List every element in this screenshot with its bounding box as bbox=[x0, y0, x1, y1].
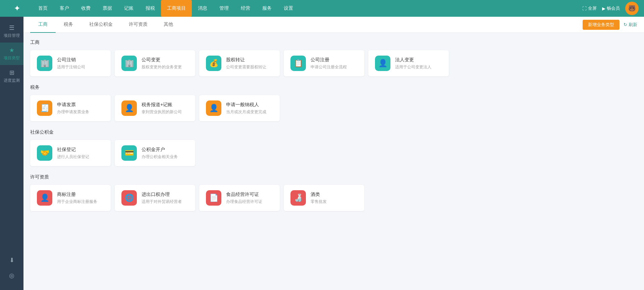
cards-grid-许可资质: 👤商标注册用于企业商标注册服务🌐进出口权办理适用于对外贸易经营者📄食品经营许可证… bbox=[30, 185, 637, 211]
card-text-公司注册: 公司注册申请公司注册全流程 bbox=[311, 57, 347, 70]
section-title-许可资质: 许可资质 bbox=[30, 174, 637, 180]
card-text-税务报道+记账: 税务报道+记账拿到营业执照的新公司 bbox=[142, 102, 182, 115]
mascot-avatar: 🐻 bbox=[625, 2, 639, 15]
refresh-icon: ↻ bbox=[624, 22, 627, 27]
main-layout: ☰项目管理★项目类型⊞进度监测⬇◎ 工商税务社保公积金许可资质其他 新增业务类型… bbox=[0, 17, 644, 290]
card-name: 申请一般纳税人 bbox=[226, 102, 266, 108]
vip-icon: ▶ bbox=[602, 6, 605, 11]
nav-item-消息[interactable]: 消息 bbox=[192, 0, 213, 17]
nav-item-客户[interactable]: 客户 bbox=[54, 0, 75, 17]
sidebar-bottom-icon: ◎ bbox=[9, 272, 14, 279]
card-name: 进出口权办理 bbox=[142, 192, 182, 198]
card-股权转让[interactable]: 💰股权转让公司变更需要股权转让 bbox=[199, 50, 280, 76]
card-text-食品经营许可证: 食品经营许可证办理食品经营许可证 bbox=[226, 192, 262, 205]
sidebar-icon: ★ bbox=[9, 47, 14, 54]
card-desc: 公司变更需要股权转让 bbox=[226, 64, 266, 70]
card-icon-公司注销: 🏢 bbox=[37, 56, 52, 71]
card-text-商标注册: 商标注册用于企业商标注册服务 bbox=[57, 192, 97, 205]
card-公司注册[interactable]: 📋公司注册申请公司注册全流程 bbox=[284, 50, 364, 76]
card-desc: 零售批发 bbox=[311, 199, 327, 205]
tab-税务[interactable]: 税务 bbox=[56, 17, 81, 33]
card-desc: 办理食品经营许可证 bbox=[226, 199, 262, 205]
nav-items: 首页客户收费票据记账报税工商项目消息管理经营服务设置 bbox=[32, 0, 582, 17]
card-icon-商标注册: 👤 bbox=[37, 190, 52, 206]
card-icon-酒类: 🍶 bbox=[290, 190, 306, 206]
nav-item-收费[interactable]: 收费 bbox=[75, 0, 97, 17]
sidebar-item-项目管理[interactable]: ☰项目管理 bbox=[0, 20, 23, 43]
top-navigation: ✦ 首页客户收费票据记账报税工商项目消息管理经营服务设置 ⛶ 全屏 ▶ 畅会员 … bbox=[0, 0, 644, 17]
card-desc: 适用于公司变更法人 bbox=[395, 64, 431, 70]
card-公司注销[interactable]: 🏢公司注销适用于注销公司 bbox=[30, 50, 111, 76]
card-申请发票[interactable]: 🧾申请发票办理申请发票业务 bbox=[30, 95, 111, 121]
card-name: 申请发票 bbox=[57, 102, 89, 108]
card-name: 商标注册 bbox=[57, 192, 97, 198]
sidebar-item-项目类型[interactable]: ★项目类型 bbox=[0, 43, 23, 65]
tab-社保公积金[interactable]: 社保公积金 bbox=[81, 17, 121, 33]
card-食品经营许可证[interactable]: 📄食品经营许可证办理食品经营许可证 bbox=[199, 185, 280, 211]
card-社保登记[interactable]: 🤝社保登记进行人员社保登记 bbox=[30, 140, 111, 166]
card-name: 公积金开户 bbox=[142, 147, 178, 153]
card-公积金开户[interactable]: 💳公积金开户办理公积金相关业务 bbox=[115, 140, 195, 166]
sidebar-bottom-item[interactable]: ⬇ bbox=[0, 252, 23, 268]
card-icon-申请一般纳税人: 👤 bbox=[206, 100, 221, 116]
card-icon-税务报道+记账: 👤 bbox=[121, 100, 137, 116]
card-icon-食品经营许可证: 📄 bbox=[206, 190, 221, 206]
fullscreen-btn[interactable]: ⛶ 全屏 bbox=[582, 5, 597, 11]
card-text-法人变更: 法人变更适用于公司变更法人 bbox=[395, 57, 431, 70]
tabs-bar: 工商税务社保公积金许可资质其他 新增业务类型 ↻ 刷新 bbox=[23, 17, 644, 33]
nav-item-管理[interactable]: 管理 bbox=[213, 0, 235, 17]
nav-item-记账[interactable]: 记账 bbox=[118, 0, 140, 17]
card-name: 税务报道+记账 bbox=[142, 102, 182, 108]
card-法人变更[interactable]: 👤法人变更适用于公司变更法人 bbox=[368, 50, 449, 76]
card-desc: 办理申请发票业务 bbox=[57, 109, 89, 115]
sidebar-icon: ☰ bbox=[9, 24, 14, 31]
section-title-社保公积金: 社保公积金 bbox=[30, 129, 637, 135]
card-text-股权转让: 股权转让公司变更需要股权转让 bbox=[226, 57, 266, 70]
vip-btn[interactable]: ▶ 畅会员 bbox=[602, 5, 620, 11]
new-type-button[interactable]: 新增业务类型 bbox=[583, 20, 620, 30]
tab-许可资质[interactable]: 许可资质 bbox=[121, 17, 156, 33]
nav-item-票据[interactable]: 票据 bbox=[97, 0, 118, 17]
logo: ✦ bbox=[5, 4, 29, 13]
card-icon-社保登记: 🤝 bbox=[37, 145, 52, 161]
card-icon-公积金开户: 💳 bbox=[121, 145, 137, 161]
card-desc: 适用于注销公司 bbox=[57, 64, 85, 70]
card-商标注册[interactable]: 👤商标注册用于企业商标注册服务 bbox=[30, 185, 111, 211]
card-公司变更[interactable]: 🏢公司变更股权变更外的业务变更 bbox=[115, 50, 195, 76]
card-税务报道+记账[interactable]: 👤税务报道+记账拿到营业执照的新公司 bbox=[115, 95, 195, 121]
nav-item-服务[interactable]: 服务 bbox=[256, 0, 278, 17]
card-text-申请发票: 申请发票办理申请发票业务 bbox=[57, 102, 89, 115]
cards-grid-工商: 🏢公司注销适用于注销公司🏢公司变更股权变更外的业务变更💰股权转让公司变更需要股权… bbox=[30, 50, 637, 76]
card-申请一般纳税人[interactable]: 👤申请一般纳税人当月或次月成变更完成 bbox=[199, 95, 280, 121]
nav-item-工商项目[interactable]: 工商项目 bbox=[161, 0, 192, 17]
card-酒类[interactable]: 🍶酒类零售批发 bbox=[284, 185, 364, 211]
sidebar-item-进度监测[interactable]: ⊞进度监测 bbox=[0, 65, 23, 87]
nav-item-设置[interactable]: 设置 bbox=[278, 0, 299, 17]
card-icon-公司注册: 📋 bbox=[290, 56, 306, 71]
nav-item-报税[interactable]: 报税 bbox=[140, 0, 161, 17]
cards-grid-税务: 🧾申请发票办理申请发票业务👤税务报道+记账拿到营业执照的新公司👤申请一般纳税人当… bbox=[30, 95, 637, 121]
card-进出口权办理[interactable]: 🌐进出口权办理适用于对外贸易经营者 bbox=[115, 185, 195, 211]
refresh-button[interactable]: ↻ 刷新 bbox=[624, 22, 637, 28]
card-text-公司变更: 公司变更股权变更外的业务变更 bbox=[142, 57, 182, 70]
sidebar-bottom-item[interactable]: ◎ bbox=[0, 268, 23, 283]
tab-其他[interactable]: 其他 bbox=[156, 17, 181, 33]
card-icon-法人变更: 👤 bbox=[375, 56, 390, 71]
card-text-酒类: 酒类零售批发 bbox=[311, 192, 327, 205]
cards-grid-社保公积金: 🤝社保登记进行人员社保登记💳公积金开户办理公积金相关业务 bbox=[30, 140, 637, 166]
card-name: 社保登记 bbox=[57, 147, 89, 153]
card-name: 食品经营许可证 bbox=[226, 192, 262, 198]
card-name: 股权转让 bbox=[226, 57, 266, 63]
card-name: 法人变更 bbox=[395, 57, 431, 63]
logo-icon: ✦ bbox=[14, 4, 20, 13]
sidebar: ☰项目管理★项目类型⊞进度监测⬇◎ bbox=[0, 17, 23, 290]
card-text-公司注销: 公司注销适用于注销公司 bbox=[57, 57, 85, 70]
nav-item-首页[interactable]: 首页 bbox=[32, 0, 54, 17]
nav-item-经营[interactable]: 经营 bbox=[235, 0, 256, 17]
card-name: 公司注册 bbox=[311, 57, 347, 63]
scroll-content[interactable]: 工商🏢公司注销适用于注销公司🏢公司变更股权变更外的业务变更💰股权转让公司变更需要… bbox=[23, 33, 644, 290]
tabs-actions: 新增业务类型 ↻ 刷新 bbox=[583, 20, 637, 30]
card-icon-公司变更: 🏢 bbox=[121, 56, 137, 71]
tab-工商[interactable]: 工商 bbox=[30, 17, 56, 33]
fullscreen-icon: ⛶ bbox=[582, 6, 587, 11]
